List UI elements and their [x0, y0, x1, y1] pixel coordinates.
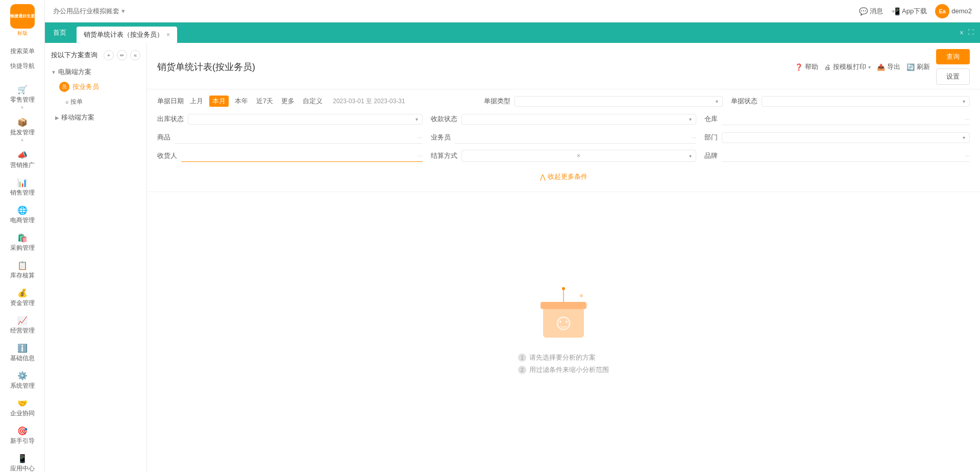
- help-button[interactable]: ❓ 帮助: [795, 62, 818, 72]
- edit-scheme-button[interactable]: ✏: [117, 50, 127, 60]
- receiver-input[interactable]: [181, 152, 415, 159]
- close-window-button[interactable]: ×: [960, 29, 964, 37]
- brand-input[interactable]: [722, 152, 963, 159]
- breadcrumb-dropdown-icon[interactable]: ▾: [121, 7, 125, 15]
- main-area: 办公用品行业模拟账套 ▾ 💬 消息 📲 App下载 Ea demo2 首页 销货…: [45, 0, 980, 472]
- sidebar-item-operation[interactable]: 📈 经营管理: [0, 312, 44, 339]
- tabbar: 首页 销货单统计表（按业务员） × × ⛶: [45, 22, 980, 43]
- breadcrumb-text: 办公用品行业模拟账套: [53, 7, 119, 16]
- shortcut-nav-item[interactable]: 快捷导航: [4, 59, 40, 74]
- scheme-sub-item-order[interactable]: ≡ 按单: [45, 95, 146, 109]
- collapse-filter-button[interactable]: ⋀ 收起更多条件: [157, 168, 970, 185]
- inventory-label: 库存核算: [10, 271, 35, 280]
- wholesale-arrow: ▲: [20, 137, 24, 142]
- sidebar-item-system[interactable]: ⚙️ 系统管理: [0, 367, 44, 394]
- sidebar-item-sales[interactable]: 📊 销售管理: [0, 174, 44, 201]
- guide-label: 新手引导: [10, 437, 35, 445]
- empty-hint-2: 2 用过滤条件来缩小分析范围: [518, 365, 609, 374]
- sidebar-item-purchase[interactable]: 🛍️ 采购管理: [0, 229, 44, 256]
- tab-close-button[interactable]: ×: [166, 31, 170, 38]
- message-icon: 💬: [859, 7, 868, 15]
- tab-home[interactable]: 首页: [45, 22, 75, 43]
- operation-icon: 📈: [17, 316, 28, 325]
- date-tab-this-year[interactable]: 本年: [233, 96, 250, 107]
- order-status-label: 单据状态: [731, 97, 757, 106]
- tab-sales-stats[interactable]: 销货单统计表（按业务员） ×: [77, 27, 177, 43]
- product-control: ···: [175, 131, 423, 144]
- query-button[interactable]: 查询: [936, 49, 970, 64]
- mobile-scheme-header[interactable]: ▶ 移动端方案: [45, 111, 146, 124]
- order-sub-icon: ≡: [65, 99, 68, 105]
- collect-status-arrow: ▾: [689, 116, 692, 122]
- receiver-more-button[interactable]: ···: [418, 152, 423, 159]
- svg-point-4: [580, 294, 583, 297]
- filter-salesperson: 业务员 ···: [431, 131, 696, 144]
- filter-row-4: 收货人 ··· 结算方式 × ▾: [157, 150, 970, 162]
- left-panel: 按以下方案查询 + ✏ « ▼ 电脑端方案 员 按业务员: [45, 43, 147, 472]
- print-button[interactable]: 🖨 按模板打印 ▾: [824, 62, 871, 72]
- date-tab-more[interactable]: 更多: [279, 96, 297, 107]
- filter-warehouse: 仓库 ···: [704, 113, 970, 125]
- export-label: 导出: [887, 62, 900, 72]
- warehouse-more-button[interactable]: ···: [965, 115, 970, 123]
- app-download-button[interactable]: 📲 App下载: [891, 7, 927, 16]
- salesperson-input[interactable]: [455, 133, 689, 141]
- maximize-window-button[interactable]: ⛶: [968, 29, 974, 37]
- settle-dropdown[interactable]: × ▾: [461, 150, 696, 162]
- product-input[interactable]: [175, 133, 415, 141]
- add-scheme-button[interactable]: +: [104, 50, 114, 60]
- sidebar-item-basic[interactable]: ℹ️ 基础信息: [0, 339, 44, 367]
- breadcrumb: 办公用品行业模拟账套 ▾: [53, 7, 853, 16]
- warehouse-input[interactable]: [722, 115, 963, 123]
- refresh-button[interactable]: 🔄 刷新: [906, 62, 930, 72]
- collect-status-dropdown[interactable]: ▾: [461, 114, 696, 125]
- order-status-dropdown[interactable]: ▾: [762, 96, 970, 107]
- settle-clear-button[interactable]: ×: [577, 152, 580, 159]
- filter-row-1: 单据日期 上月 本月 本年 近7天 更多 自定义 2023-03-01 至 20…: [157, 96, 970, 107]
- setting-button[interactable]: 设置: [936, 68, 970, 85]
- purchase-icon: 🛍️: [17, 233, 28, 243]
- out-status-dropdown[interactable]: ▾: [188, 114, 423, 125]
- brand-more-button[interactable]: ···: [965, 152, 970, 159]
- app-download-label: App下载: [902, 7, 927, 16]
- empty-text-container: 1 请先选择要分析的方案 2 用过滤条件来缩小分析范围: [518, 353, 609, 377]
- order-type-arrow: ▾: [716, 99, 718, 104]
- sidebar-item-ecommerce[interactable]: 🌐 电商管理: [0, 201, 44, 229]
- collect-status-label: 收款状态: [431, 114, 457, 124]
- sidebar-item-app[interactable]: 📱 应用中心: [0, 450, 44, 472]
- export-button[interactable]: 📤 导出: [877, 62, 900, 72]
- sidebar-item-wholesale[interactable]: 📦 批发管理 ▲: [0, 113, 44, 146]
- scheme-item-salesperson[interactable]: 员 按业务员: [45, 79, 146, 95]
- settle-label: 结算方式: [431, 151, 457, 160]
- content-area: 按以下方案查询 + ✏ « ▼ 电脑端方案 员 按业务员: [45, 43, 980, 472]
- date-tab-last-month[interactable]: 上月: [188, 96, 205, 107]
- pc-scheme-header[interactable]: ▼ 电脑端方案: [45, 65, 146, 79]
- salesperson-scheme-label: 按业务员: [72, 82, 99, 91]
- sidebar-item-inventory[interactable]: 📋 库存核算: [0, 256, 44, 284]
- salesperson-scheme-icon: 员: [59, 82, 69, 92]
- salesperson-more-button[interactable]: ···: [691, 134, 696, 141]
- sidebar-item-marketing[interactable]: 📣 营销推广: [0, 146, 44, 174]
- message-label: 消息: [870, 7, 883, 16]
- search-menu-item[interactable]: 搜索菜单: [4, 44, 40, 59]
- page-header: 销货单统计表(按业务员) ❓ 帮助 🖨 按模板打印 ▾ 📤 导出: [147, 43, 980, 89]
- sidebar-item-guide[interactable]: 🎯 新手引导: [0, 422, 44, 450]
- pc-scheme-group: ▼ 电脑端方案 员 按业务员 ≡ 按单: [45, 63, 146, 111]
- filter-product: 商品 ···: [157, 131, 423, 144]
- date-tab-last-7days[interactable]: 近7天: [254, 96, 275, 107]
- product-more-button[interactable]: ···: [418, 134, 423, 141]
- receiver-label: 收货人: [157, 151, 177, 160]
- salesperson-label: 业务员: [431, 133, 451, 142]
- collapse-panel-button[interactable]: «: [130, 50, 140, 60]
- date-tab-this-month[interactable]: 本月: [209, 96, 229, 107]
- message-button[interactable]: 💬 消息: [859, 7, 883, 16]
- date-tab-custom[interactable]: 自定义: [301, 96, 325, 107]
- app-logo[interactable]: 畅捷通好生意 标版: [0, 0, 44, 41]
- sidebar-item-finance[interactable]: 💰 资金管理: [0, 284, 44, 312]
- sidebar-item-cooperation[interactable]: 🤝 企业协同: [0, 394, 44, 422]
- order-type-dropdown[interactable]: ▾: [514, 96, 723, 107]
- help-label: 帮助: [805, 62, 818, 72]
- user-profile[interactable]: Ea demo2: [935, 4, 972, 18]
- sidebar-item-retail[interactable]: 🛒 零售管理 ▲: [0, 81, 44, 113]
- department-dropdown[interactable]: ▾: [722, 132, 970, 143]
